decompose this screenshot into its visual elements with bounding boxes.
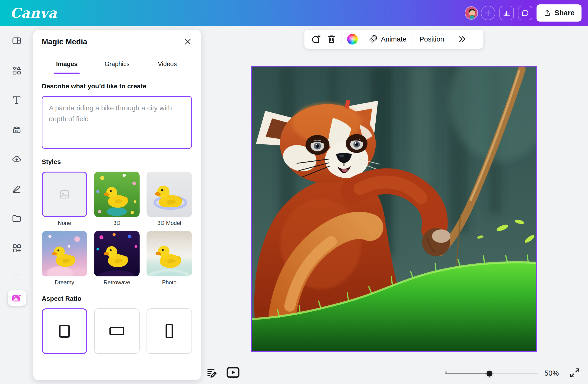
toolbar-separator <box>341 34 342 44</box>
magic-media-panel: Magic Media Images Graphics Videos Descr… <box>33 30 201 380</box>
double-chevron-right-icon <box>457 34 467 44</box>
square-ratio-icon <box>59 325 70 338</box>
add-design-button[interactable] <box>481 6 495 20</box>
zoom-level-value: 50% <box>545 369 566 378</box>
sidebar-item-magic-media-active[interactable] <box>8 290 26 306</box>
portrait-ratio-icon <box>166 324 173 338</box>
cloud-upload-icon <box>12 154 22 164</box>
landscape-ratio-icon <box>109 327 124 335</box>
style-option-3d-model[interactable]: 3D Model <box>147 171 192 227</box>
style-option-none[interactable]: None <box>42 171 87 227</box>
sidebar-item-projects[interactable] <box>12 213 22 224</box>
canva-logo[interactable]: Canva <box>10 5 57 21</box>
sidebar-divider <box>13 275 21 275</box>
magic-media-icon <box>12 293 22 303</box>
elements-icon <box>12 65 22 76</box>
style-label: None <box>42 220 87 227</box>
app-header: Canva <box>0 0 588 26</box>
share-label: Share <box>555 9 575 17</box>
style-label: Retrowave <box>94 279 140 286</box>
expand-icon <box>569 367 580 378</box>
draw-icon <box>12 184 22 194</box>
animate-label: Animate <box>381 35 406 43</box>
notes-button[interactable] <box>206 366 218 378</box>
color-picker-button[interactable] <box>347 34 358 44</box>
sidebar-item-design[interactable] <box>12 36 22 46</box>
insights-button[interactable] <box>499 6 514 20</box>
play-icon <box>226 366 240 378</box>
duck-thumbnail <box>102 242 132 269</box>
duck-thumbnail <box>153 241 186 270</box>
add-comment-button[interactable] <box>311 34 322 44</box>
bar-chart-icon <box>503 9 511 17</box>
svg-text:co: co <box>15 129 19 132</box>
zoom-slider-thumb[interactable] <box>486 370 493 377</box>
zoom-slider-fill <box>445 373 489 374</box>
comments-button[interactable] <box>518 6 532 20</box>
delete-button[interactable] <box>327 34 336 44</box>
text-icon <box>12 95 22 105</box>
present-button[interactable] <box>226 366 240 378</box>
folder-icon <box>12 213 22 224</box>
style-option-dreamy[interactable]: Dreamy <box>42 231 87 286</box>
styles-heading: Styles <box>42 158 192 166</box>
tab-graphics[interactable]: Graphics <box>92 54 142 74</box>
aspect-option-landscape[interactable] <box>94 308 140 354</box>
prompt-label: Describe what you’d like to create <box>42 83 192 90</box>
style-label: Photo <box>147 279 192 286</box>
selection-toolbar: Animate Position <box>304 30 483 49</box>
toolbar-separator <box>452 34 452 44</box>
zoom-slider[interactable] <box>445 366 538 380</box>
share-button[interactable]: Share <box>537 4 582 21</box>
brand-hub-icon: co <box>12 125 22 135</box>
prompt-input[interactable] <box>42 96 192 149</box>
avatar-art <box>465 7 478 20</box>
apps-icon <box>12 243 22 253</box>
chat-bubble-icon <box>521 9 529 17</box>
user-avatar[interactable] <box>465 6 478 20</box>
style-option-retrowave[interactable]: Retrowave <box>94 231 140 286</box>
sidebar: co <box>0 26 33 384</box>
style-label: Dreamy <box>42 279 87 286</box>
style-label: 3D Model <box>147 220 192 227</box>
duck-with-rings-thumbnail <box>152 181 187 211</box>
animate-button[interactable]: Animate <box>368 34 406 44</box>
duck-thumbnail <box>102 183 132 209</box>
trash-icon <box>327 34 336 44</box>
aspect-option-portrait[interactable] <box>147 308 192 354</box>
animate-icon <box>368 34 378 44</box>
style-label: 3D <box>94 220 140 227</box>
style-option-photo[interactable]: Photo <box>147 231 192 286</box>
aspect-option-square[interactable] <box>42 308 87 354</box>
toolbar-separator <box>412 34 412 44</box>
toolbar-separator <box>363 34 363 44</box>
more-options-button[interactable] <box>457 34 467 44</box>
red-panda-artwork <box>252 66 536 351</box>
duck-thumbnail <box>50 243 79 269</box>
sidebar-item-uploads[interactable] <box>12 154 22 164</box>
close-icon[interactable] <box>183 37 192 46</box>
position-button[interactable]: Position <box>417 35 447 43</box>
tab-images[interactable]: Images <box>42 54 92 74</box>
plus-icon <box>484 9 492 17</box>
canvas-image-red-panda[interactable] <box>251 66 537 352</box>
sidebar-item-elements[interactable] <box>12 65 22 76</box>
comment-plus-icon <box>311 34 322 44</box>
sidebar-item-text[interactable] <box>12 95 22 105</box>
sidebar-item-apps[interactable] <box>12 243 22 253</box>
style-option-3d[interactable]: 3D <box>94 171 140 227</box>
image-placeholder-icon <box>43 172 86 216</box>
panel-tabs: Images Graphics Videos <box>33 54 201 74</box>
fullscreen-button[interactable] <box>569 367 580 379</box>
tab-videos[interactable]: Videos <box>142 54 192 74</box>
sidebar-item-brand[interactable]: co <box>12 125 22 135</box>
aspect-ratio-heading: Aspect Ratio <box>42 295 192 302</box>
panel-title: Magic Media <box>42 37 87 46</box>
design-icon <box>12 36 22 46</box>
sidebar-item-draw[interactable] <box>12 184 22 194</box>
upload-icon <box>544 9 551 17</box>
notes-icon <box>206 366 218 378</box>
